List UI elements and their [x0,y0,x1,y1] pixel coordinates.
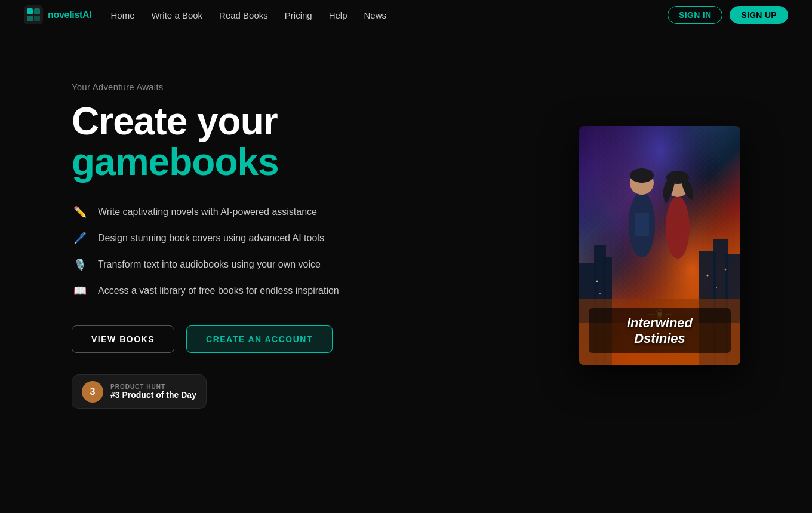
svg-point-14 [596,281,598,282]
book-cover: Interwined Dstinies [579,126,740,365]
svg-point-15 [599,293,601,294]
svg-point-17 [716,287,717,288]
hero-right: Interwined Dstinies [579,126,740,365]
pencil-icon-1: ✏️ [72,204,88,220]
svg-rect-3 [27,16,33,21]
svg-rect-22 [635,213,649,236]
nav-left: novelistAI Home Write a Book Read Books … [24,5,386,24]
book-cover-title-bg: Interwined Dstinies [589,308,731,353]
hero-title-part1: Create your [72,100,278,143]
nav-link-help[interactable]: Help [329,10,347,20]
svg-rect-2 [34,8,40,14]
feature-item-1: ✏️ Write captivating novels with AI-powe… [72,204,418,220]
hero-title: Create your gamebooks [72,102,418,182]
svg-point-23 [666,196,690,259]
book-icon: 📖 [72,282,88,299]
features-list: ✏️ Write captivating novels with AI-powe… [72,204,418,299]
nav-links: Home Write a Book Read Books Pricing Hel… [110,10,386,20]
sign-up-button[interactable]: SIGN UP [730,6,788,24]
nav-link-write-book[interactable]: Write a Book [151,10,202,20]
hero-section: Your Adventure Awaits Create your gamebo… [0,30,812,449]
nav-link-news[interactable]: News [364,10,387,20]
svg-point-18 [725,269,727,271]
nav-right: SIGN IN SIGN UP [668,6,788,24]
feature-text-3: Transform text into audiobooks using you… [98,259,321,270]
ph-text: PRODUCT HUNT #3 Product of the Day [110,383,196,400]
svg-rect-4 [34,16,40,21]
svg-point-21 [630,168,654,183]
create-account-button[interactable]: CREATE AN ACCOUNT [186,325,333,353]
ph-medal: 3 [82,381,103,403]
view-books-button[interactable]: VIEW BOOKS [72,325,174,353]
logo-icon [24,5,43,24]
ph-rank-text: #3 Product of the Day [110,390,196,400]
microphone-icon: 🎙️ [72,256,88,273]
feature-text-4: Access a vast library of free books for … [98,285,339,296]
svg-point-16 [707,275,709,277]
book-cover-title: Interwined Dstinies [598,315,721,346]
ph-label: PRODUCT HUNT [110,383,196,390]
feature-item-2: 🖊️ Design stunning book covers using adv… [72,230,418,247]
nav-link-read-books[interactable]: Read Books [219,10,268,20]
feature-text-2: Design stunning book covers using advanc… [98,233,324,244]
pencil-icon-2: 🖊️ [72,230,88,247]
nav-link-home[interactable]: Home [110,10,134,20]
hero-title-accent: gamebooks [72,140,279,183]
svg-point-25 [666,171,689,184]
hero-subtitle: Your Adventure Awaits [72,82,418,92]
hero-buttons: VIEW BOOKS CREATE AN ACCOUNT [72,325,418,353]
feature-item-4: 📖 Access a vast library of free books fo… [72,282,418,299]
svg-rect-0 [24,5,43,24]
svg-rect-1 [27,8,33,14]
book-cover-background: Interwined Dstinies [579,126,740,365]
navbar: novelistAI Home Write a Book Read Books … [0,0,812,30]
product-hunt-badge: 3 PRODUCT HUNT #3 Product of the Day [72,374,207,409]
feature-text-1: Write captivating novels with AI-powered… [98,207,317,217]
nav-link-pricing[interactable]: Pricing [285,10,312,20]
logo-link[interactable]: novelistAI [24,5,91,24]
feature-item-3: 🎙️ Transform text into audiobooks using … [72,256,418,273]
sign-in-button[interactable]: SIGN IN [668,6,722,24]
hero-left: Your Adventure Awaits Create your gamebo… [72,82,418,408]
book-cover-title-area: Interwined Dstinies [579,308,740,353]
logo-text: novelistAI [48,10,91,20]
